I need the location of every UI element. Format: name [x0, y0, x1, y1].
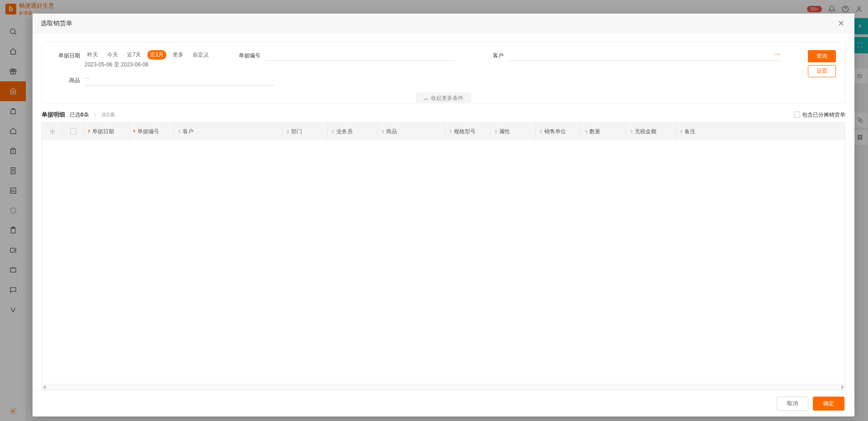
detail-header: 单据明细 已选0条 | 共0条 包含已分摊销货单	[42, 111, 845, 119]
chip-yesterday[interactable]: 昨天	[85, 50, 101, 60]
sort-icon: ▲▼	[132, 129, 136, 134]
filter-product: 商品 ···	[53, 75, 274, 86]
detail-title: 单据明细	[42, 111, 65, 119]
date-from: 2023-05-06	[85, 61, 112, 68]
chevron-up-icon: ︽	[424, 94, 429, 102]
chip-last1m[interactable]: 近1月	[147, 50, 167, 60]
settings-button[interactable]: 设置	[808, 65, 836, 77]
col-remark[interactable]: ▲▼备注	[676, 123, 845, 140]
collapse-button[interactable]: ︽ 收起更多条件	[416, 93, 471, 103]
modal-title: 选取销货单	[41, 19, 72, 28]
include-split-label: 包含已分摊销货单	[802, 111, 845, 119]
sort-icon: ▲▼	[286, 129, 290, 134]
selected-count: 已选0条	[70, 111, 89, 119]
filter-card: 单据日期 昨天 今天 近7天 近1月 更多 自定义 2023-05-06 至	[42, 42, 845, 103]
col-attr[interactable]: ▲▼属性	[491, 123, 536, 140]
sort-icon: ▲▼	[679, 129, 683, 134]
total-count: 共0条	[101, 111, 115, 119]
sort-icon: ▲▼	[539, 129, 543, 134]
col-amount[interactable]: ▲▼无税金额	[626, 123, 676, 140]
product-picker-icon[interactable]: ···	[85, 75, 89, 81]
col-unit[interactable]: ▲▼销售单位	[536, 123, 581, 140]
sort-icon: ▲▼	[381, 129, 385, 134]
date-to: 2023-06-06	[121, 61, 148, 68]
docno-input[interactable]	[265, 50, 455, 61]
modal-header: 选取销货单 ✕	[33, 14, 854, 33]
sort-icon: ▲▼	[178, 129, 181, 134]
customer-picker-icon[interactable]: ···	[775, 51, 781, 57]
chip-last7[interactable]: 近7天	[124, 50, 144, 60]
table-header: ▲▼单据日期 ▲▼单据编号 ▲▼客户 ▲▼部门 ▲▼业务员 ▲▼商品 ▲▼规格型…	[42, 123, 845, 140]
col-date[interactable]: ▲▼单据日期	[84, 123, 129, 140]
date-sep: 至	[114, 61, 119, 68]
col-settings[interactable]	[42, 123, 63, 140]
chip-today[interactable]: 今天	[104, 50, 121, 60]
confirm-button[interactable]: 确定	[813, 397, 844, 411]
table-body-empty	[42, 140, 845, 384]
detail-sep: |	[94, 112, 96, 118]
sort-icon: ▲▼	[449, 129, 453, 134]
col-customer[interactable]: ▲▼客户	[174, 123, 283, 140]
svg-point-15	[52, 131, 53, 132]
modal-body: 单据日期 昨天 今天 近7天 近1月 更多 自定义 2023-05-06 至	[33, 33, 854, 390]
select-sales-order-modal: 选取销货单 ✕ 单据日期 昨天 今天 近7天 近1月 更多 自定义	[33, 14, 854, 416]
sort-icon: ▲▼	[585, 129, 588, 134]
date-label: 单据日期	[53, 50, 80, 60]
select-all-checkbox[interactable]	[70, 128, 76, 135]
col-product[interactable]: ▲▼商品	[377, 123, 445, 140]
product-label: 商品	[53, 75, 80, 84]
sort-icon: ▲▼	[331, 129, 335, 134]
col-checkbox[interactable]	[63, 123, 84, 140]
filter-actions: 查询 设置	[808, 50, 836, 77]
sort-icon: ▲▼	[494, 129, 498, 134]
detail-right: 包含已分摊销货单	[794, 111, 845, 119]
docno-label: 单据编号	[233, 50, 260, 60]
sort-icon: ▲▼	[87, 129, 91, 134]
cancel-button[interactable]: 取消	[777, 397, 808, 411]
sort-icon: ▲▼	[630, 129, 633, 134]
col-salesperson[interactable]: ▲▼业务员	[328, 123, 377, 140]
col-qty[interactable]: ▲▼数量	[581, 123, 626, 140]
query-button[interactable]: 查询	[808, 50, 836, 62]
customer-input[interactable]: ···	[508, 50, 781, 61]
customer-label: 客户	[476, 50, 504, 60]
col-docno[interactable]: ▲▼单据编号	[129, 123, 174, 140]
collapse-bar: ︽ 收起更多条件	[53, 92, 834, 103]
collapse-label: 收起更多条件	[431, 94, 463, 102]
chip-more[interactable]: 更多	[170, 50, 186, 60]
product-input[interactable]: ···	[85, 75, 274, 86]
horizontal-scrollbar[interactable]	[42, 384, 845, 389]
chip-custom[interactable]: 自定义	[190, 50, 212, 60]
gear-icon	[49, 128, 56, 135]
filter-docno: 单据编号	[233, 50, 455, 61]
filter-date: 单据日期 昨天 今天 近7天 近1月 更多 自定义 2023-05-06 至	[53, 50, 212, 69]
date-range: 2023-05-06 至 2023-06-06	[85, 61, 212, 69]
include-split-checkbox[interactable]	[794, 112, 800, 118]
date-chip-group: 昨天 今天 近7天 近1月 更多 自定义	[85, 50, 212, 60]
filter-customer: 客户 ···	[476, 50, 781, 61]
modal-footer: 取消 确定	[33, 390, 854, 416]
col-spec[interactable]: ▲▼规格型号	[445, 123, 491, 140]
col-dept[interactable]: ▲▼部门	[283, 123, 328, 140]
close-icon[interactable]: ✕	[835, 18, 846, 29]
table: ▲▼单据日期 ▲▼单据编号 ▲▼客户 ▲▼部门 ▲▼业务员 ▲▼商品 ▲▼规格型…	[42, 122, 845, 390]
detail-left: 单据明细 已选0条 | 共0条	[42, 111, 115, 119]
